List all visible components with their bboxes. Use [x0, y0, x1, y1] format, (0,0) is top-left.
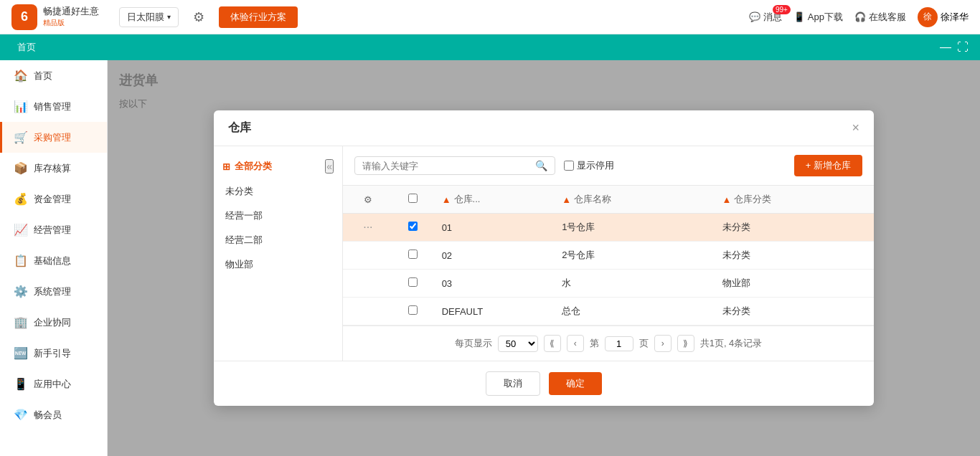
search-input[interactable] — [362, 161, 535, 171]
app-label: App下载 — [808, 11, 843, 24]
page-last-button[interactable]: ⟫ — [677, 335, 694, 352]
modal-backdrop: 仓库 × ⊞ 全部分类 « 未分类 — [108, 60, 980, 456]
sidebar-label: 应用中心 — [34, 378, 71, 391]
home-icon: 🏠 — [14, 69, 28, 82]
tree-all-categories[interactable]: ⊞ 全部分类 — [222, 160, 272, 173]
sidebar-label: 新手引导 — [34, 347, 71, 360]
system-icon: ⚙️ — [14, 285, 28, 298]
modal-footer: 取消 确定 — [214, 361, 874, 406]
sidebar-item-operation[interactable]: 📈 经营管理 — [0, 214, 107, 245]
search-icon[interactable]: 🔍 — [535, 160, 547, 171]
th-name-label: 仓库名称 — [574, 193, 611, 206]
store-selector[interactable]: 日太阳膜 ▾ — [119, 7, 179, 27]
sidebar-item-basic[interactable]: 📋 基础信息 — [0, 245, 107, 276]
headset-icon: 🎧 — [854, 11, 866, 22]
tree-item-dept2[interactable]: 经营二部 — [214, 228, 342, 252]
collapse-tree-button[interactable]: « — [325, 159, 334, 174]
row-action-cell — [343, 242, 393, 270]
table-row[interactable]: ··· 01 1号仓库 未分类 — [343, 214, 874, 242]
user-avatar-area[interactable]: 徐 徐泽华 — [918, 7, 969, 27]
add-warehouse-button[interactable]: + 新增仓库 — [794, 155, 862, 176]
inventory-icon: 📦 — [14, 161, 28, 175]
show-disabled-label[interactable]: 显示停用 — [564, 159, 614, 172]
row-checkbox-cell[interactable] — [393, 214, 433, 242]
table-row[interactable]: 02 2号仓库 未分类 — [343, 242, 874, 270]
sidebar-item-finance[interactable]: 💰 资金管理 — [0, 184, 107, 214]
logo-icon: 6 — [11, 4, 37, 30]
table-row[interactable]: 03 水 物业部 — [343, 270, 874, 298]
purchase-icon: 🛒 — [14, 130, 28, 144]
enterprise-icon: 🏢 — [14, 315, 28, 329]
vip-icon: 💎 — [14, 408, 28, 422]
cancel-button[interactable]: 取消 — [486, 371, 540, 396]
row-code: DEFAULT — [433, 298, 554, 326]
window-controls: — ⛶ — [940, 41, 969, 54]
message-action[interactable]: 💬 消息 99+ — [749, 11, 782, 24]
confirm-button[interactable]: 确定 — [549, 372, 602, 395]
maximize-button[interactable]: ⛶ — [957, 41, 969, 54]
sidebar-item-enterprise[interactable]: 🏢 企业协同 — [0, 307, 107, 338]
row-checkbox[interactable] — [408, 250, 418, 259]
sidebar-label: 采购管理 — [34, 131, 71, 144]
table-body: ··· 01 1号仓库 未分类 02 2号仓库 未分类 — [343, 214, 874, 326]
sidebar-item-purchase[interactable]: 🛒 采购管理 — [0, 122, 107, 153]
header-center: 日太阳膜 ▾ ⚙ 体验行业方案 — [119, 6, 749, 29]
th-category[interactable]: ▲ 仓库分类 — [714, 186, 874, 214]
logo-area: 6 畅捷通好生意 精品版 — [11, 4, 119, 30]
row-checkbox[interactable] — [408, 277, 418, 287]
sales-icon: 📊 — [14, 100, 28, 113]
row-checkbox[interactable] — [408, 305, 418, 315]
row-checkbox-cell[interactable] — [393, 270, 433, 298]
tree-item-dept3[interactable]: 物业部 — [214, 252, 342, 277]
row-code: 01 — [433, 214, 554, 242]
sidebar-item-home[interactable]: 🏠 首页 — [0, 60, 107, 91]
sidebar-item-guide[interactable]: 🆕 新手引导 — [0, 338, 107, 369]
page-next-button[interactable]: › — [654, 335, 672, 352]
search-wrap: 🔍 — [354, 156, 555, 175]
app-download-action[interactable]: 📱 App下载 — [793, 11, 843, 24]
sub-header: 首页 — ⛶ — [0, 34, 980, 60]
row-action-cell — [343, 270, 393, 298]
page-prev-button[interactable]: ‹ — [567, 335, 584, 352]
show-disabled-checkbox[interactable] — [564, 161, 574, 171]
table-row[interactable]: DEFAULT 总仓 未分类 — [343, 298, 874, 326]
row-checkbox-cell[interactable] — [393, 242, 433, 270]
row-code: 02 — [433, 242, 554, 270]
sidebar-label: 企业协同 — [34, 316, 71, 329]
th-checkbox — [393, 186, 433, 214]
page-unit-label: 页 — [639, 337, 649, 350]
chevron-down-icon: ▾ — [167, 13, 171, 21]
th-code[interactable]: ▲ 仓库... — [433, 186, 554, 214]
avatar: 徐 — [918, 7, 938, 27]
show-disabled-text: 显示停用 — [577, 159, 614, 172]
th-name[interactable]: ▲ 仓库名称 — [553, 186, 713, 214]
sidebar-item-inventory[interactable]: 📦 库存核算 — [0, 153, 107, 184]
row-checkbox-cell[interactable] — [393, 298, 433, 326]
sidebar-item-system[interactable]: ⚙️ 系统管理 — [0, 276, 107, 307]
sidebar-item-appcenter[interactable]: 📱 应用中心 — [0, 369, 107, 399]
tree-item-unclassified[interactable]: 未分类 — [214, 179, 342, 204]
page-first-button[interactable]: ⟪ — [544, 335, 561, 352]
sidebar-label: 畅会员 — [34, 409, 62, 422]
page-number-input[interactable] — [605, 336, 633, 351]
row-action-cell — [343, 298, 393, 326]
action-dots[interactable]: ··· — [363, 221, 372, 233]
home-link[interactable]: 首页 — [11, 38, 42, 57]
modal-close-button[interactable]: × — [852, 120, 859, 136]
brand-sub: 精品版 — [43, 18, 99, 28]
sidebar-item-sales[interactable]: 📊 销售管理 — [0, 91, 107, 122]
trial-button[interactable]: 体验行业方案 — [219, 6, 298, 28]
modal-body: ⊞ 全部分类 « 未分类 经营一部 经营二部 物业部 — [214, 146, 874, 361]
tree-item-dept1[interactable]: 经营一部 — [214, 204, 342, 228]
sort-icon: ▲ — [442, 194, 451, 205]
minimize-button[interactable]: — — [940, 41, 951, 54]
warehouse-modal: 仓库 × ⊞ 全部分类 « 未分类 — [214, 110, 874, 406]
service-action[interactable]: 🎧 在线客服 — [854, 11, 906, 24]
row-checkbox[interactable] — [408, 222, 418, 231]
settings-button[interactable]: ⚙ — [187, 6, 210, 29]
modal-header: 仓库 × — [214, 110, 874, 146]
warehouse-table: ⚙ ▲ 仓库... — [343, 186, 874, 326]
page-size-select[interactable]: 50 10 20 100 — [498, 336, 538, 352]
select-all-checkbox[interactable] — [408, 194, 418, 203]
sidebar-item-vip[interactable]: 💎 畅会员 — [0, 399, 107, 430]
